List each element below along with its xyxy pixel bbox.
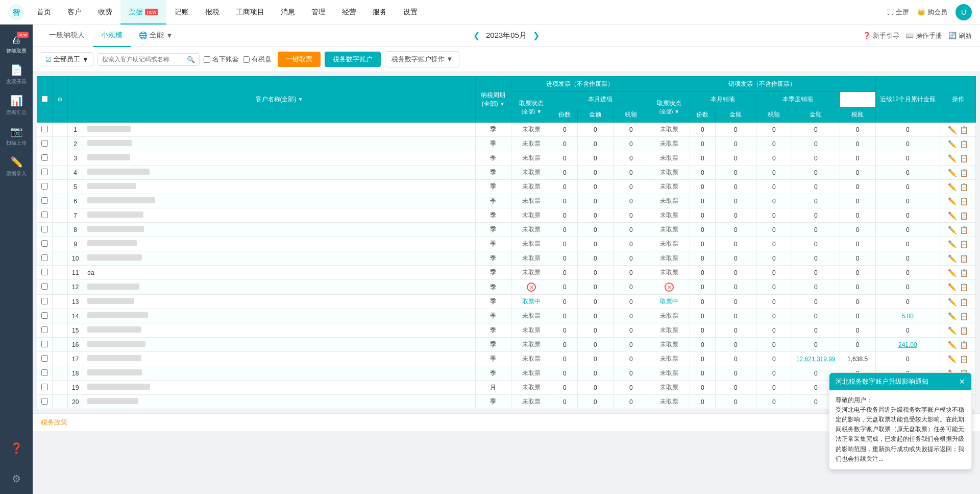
- row-checkbox[interactable]: [41, 341, 48, 347]
- sidebar-item-openinvoice[interactable]: 📄 发票开具: [0, 59, 33, 90]
- search-icon[interactable]: 🔍: [187, 56, 195, 63]
- sidebar-item-scan[interactable]: 📷 扫描上传: [0, 121, 33, 151]
- edit-icon[interactable]: ✏️: [948, 154, 957, 162]
- copy-icon[interactable]: 📋: [960, 240, 968, 248]
- copy-icon[interactable]: 📋: [960, 140, 968, 148]
- row-checkbox[interactable]: [41, 154, 48, 161]
- edit-icon[interactable]: ✏️: [948, 254, 957, 263]
- nav-manage[interactable]: 管理: [303, 0, 334, 25]
- taxdisk-checkbox[interactable]: [243, 56, 250, 63]
- row-checkbox[interactable]: [41, 169, 48, 175]
- nav-tax[interactable]: 报税: [197, 0, 228, 25]
- sidebar-item-help[interactable]: ❓: [0, 433, 33, 463]
- tab-all[interactable]: 🌐 全能 ▼: [131, 25, 181, 47]
- nav-accounting[interactable]: 记账: [166, 0, 197, 25]
- row-checkbox[interactable]: [41, 140, 48, 147]
- row-checkbox[interactable]: [41, 298, 48, 304]
- row-checkbox[interactable]: [41, 226, 48, 232]
- edit-icon[interactable]: ✏️: [948, 140, 957, 148]
- edit-icon[interactable]: ✏️: [948, 312, 957, 320]
- copy-icon[interactable]: 📋: [960, 355, 968, 363]
- refresh-btn[interactable]: 🔄 刷新: [948, 31, 972, 40]
- copy-icon[interactable]: 📋: [960, 254, 968, 263]
- copy-icon[interactable]: 📋: [960, 312, 968, 320]
- sidebar-item-summary[interactable]: 📊 票据汇总: [0, 90, 33, 121]
- notif-close-btn[interactable]: ✕: [959, 378, 965, 386]
- edit-icon[interactable]: ✏️: [948, 341, 957, 349]
- row-checkbox[interactable]: [41, 312, 48, 319]
- nav-invoice[interactable]: 票据 new: [120, 0, 166, 25]
- row-checkbox[interactable]: [41, 398, 48, 405]
- nav-business[interactable]: 工商项目: [228, 0, 273, 25]
- ledger-checkbox[interactable]: [204, 56, 210, 63]
- tax-policy-link[interactable]: 税务政策: [41, 418, 67, 427]
- tab-small-scale[interactable]: 小规模: [93, 25, 131, 47]
- row-checkbox[interactable]: [41, 326, 48, 333]
- digital-account-op-btn[interactable]: 税务数字账户操作 ▼: [385, 51, 459, 67]
- select-all-checkbox[interactable]: [41, 96, 48, 102]
- edit-icon[interactable]: ✏️: [948, 355, 957, 363]
- copy-icon[interactable]: 📋: [960, 183, 968, 191]
- edit-icon[interactable]: ✏️: [948, 269, 957, 277]
- edit-icon[interactable]: ✏️: [948, 169, 957, 177]
- copy-icon[interactable]: 📋: [960, 169, 968, 177]
- copy-icon[interactable]: 📋: [960, 211, 968, 220]
- sidebar-item-settings[interactable]: ⚙: [0, 463, 33, 494]
- copy-icon[interactable]: 📋: [960, 341, 968, 349]
- edit-icon[interactable]: ✏️: [948, 240, 957, 248]
- edit-icon[interactable]: ✏️: [948, 326, 957, 335]
- ledger-checkbox-label[interactable]: 名下账套: [204, 55, 239, 64]
- edit-icon[interactable]: ✏️: [948, 211, 957, 220]
- copy-icon[interactable]: 📋: [960, 283, 968, 291]
- copy-icon[interactable]: 📋: [960, 326, 968, 335]
- sidebar-item-smartticket[interactable]: 🖨 智能取票 new: [0, 29, 33, 59]
- copy-icon[interactable]: 📋: [960, 126, 968, 134]
- search-input[interactable]: [102, 56, 187, 63]
- taxdisk-checkbox-label[interactable]: 有税盘: [243, 55, 272, 64]
- edit-icon[interactable]: ✏️: [948, 183, 957, 191]
- row-checkbox[interactable]: [41, 355, 48, 362]
- manual-btn[interactable]: 📖 操作手册: [905, 31, 942, 40]
- digital-account-btn[interactable]: 税务数字账户: [325, 52, 381, 67]
- copy-icon[interactable]: 📋: [960, 154, 968, 162]
- employee-select[interactable]: ☑ 全部员工 ▼: [41, 52, 93, 66]
- copy-icon[interactable]: 📋: [960, 197, 968, 205]
- income-header: 进项发票（不含作废票）: [511, 77, 649, 92]
- nav-service[interactable]: 服务: [364, 0, 395, 25]
- nav-operation[interactable]: 经营: [334, 0, 364, 25]
- fullscreen-btn[interactable]: ⛶ 全屏: [887, 8, 909, 17]
- tab-general-taxpayer[interactable]: 一般纳税人: [41, 25, 93, 47]
- row-checkbox[interactable]: [41, 211, 48, 218]
- row-checkbox[interactable]: [41, 369, 48, 376]
- row-checkbox[interactable]: [41, 240, 48, 247]
- copy-icon[interactable]: 📋: [960, 226, 968, 234]
- edit-icon[interactable]: ✏️: [948, 298, 957, 306]
- row-out-count: 0: [690, 180, 715, 194]
- edit-icon[interactable]: ✏️: [948, 126, 957, 134]
- nav-customer[interactable]: 客户: [59, 0, 90, 25]
- row-checkbox[interactable]: [41, 269, 48, 275]
- row-checkbox[interactable]: [41, 126, 48, 132]
- member-btn[interactable]: 👑 购会员: [917, 8, 947, 17]
- copy-icon[interactable]: 📋: [960, 298, 968, 306]
- guide-btn[interactable]: ❓ 新手引导: [863, 31, 899, 40]
- row-checkbox[interactable]: [41, 283, 48, 290]
- prev-month-btn[interactable]: ❮: [473, 31, 480, 40]
- nav-billing[interactable]: 收费: [90, 0, 120, 25]
- sidebar-item-entry[interactable]: ✏️ 票据录入: [0, 151, 33, 182]
- nav-home[interactable]: 首页: [29, 0, 59, 25]
- edit-icon[interactable]: ✏️: [948, 226, 957, 234]
- row-name: [83, 223, 476, 237]
- nav-settings[interactable]: 设置: [395, 0, 426, 25]
- next-month-btn[interactable]: ❯: [533, 31, 540, 40]
- edit-icon[interactable]: ✏️: [948, 283, 957, 291]
- row-checkbox[interactable]: [41, 384, 48, 390]
- edit-icon[interactable]: ✏️: [948, 197, 957, 205]
- row-checkbox[interactable]: [41, 197, 48, 204]
- nav-message[interactable]: 消息: [273, 0, 303, 25]
- row-checkbox[interactable]: [41, 254, 48, 261]
- oneclick-btn[interactable]: 一键取票: [278, 52, 321, 67]
- avatar[interactable]: U: [955, 4, 972, 20]
- row-checkbox[interactable]: [41, 183, 48, 190]
- copy-icon[interactable]: 📋: [960, 269, 968, 277]
